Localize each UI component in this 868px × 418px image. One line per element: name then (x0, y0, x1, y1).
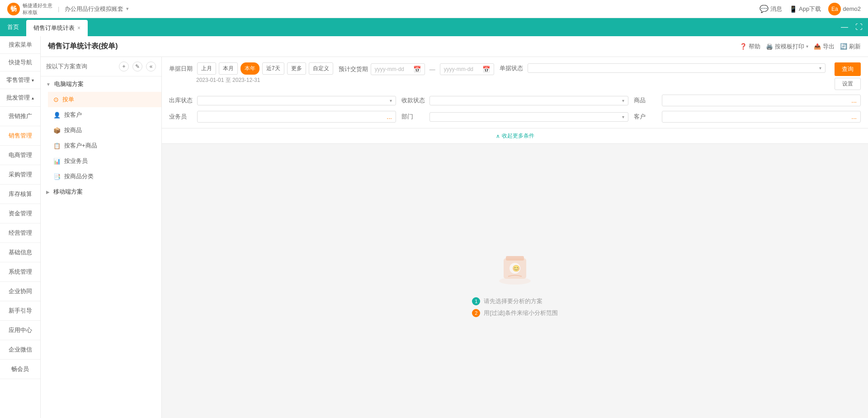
tip-num-1: 1 (472, 297, 480, 305)
product-input[interactable]: ... (662, 95, 861, 106)
by-customer-icon: 👤 (53, 112, 61, 119)
logo-area: 畅 畅捷通好生意 标准版 (7, 2, 52, 15)
filter-row-2: 出库状态 ▾ 收款状态 ▾ (169, 95, 861, 106)
sidebar-item-finance[interactable]: 资金管理 (0, 204, 40, 223)
cal-end-icon[interactable]: 📅 (482, 66, 490, 73)
customer-label: 客户 (634, 113, 659, 121)
expected-date-start[interactable]: yyyy-mm-dd 📅 (371, 63, 425, 75)
filter-row-3: 业务员 ... 部门 ▾ (169, 111, 861, 123)
left-panel: 按以下方案查询 + ✎ « ▼ 电脑端方案 ⊙ 按单 (41, 57, 162, 418)
customer-input[interactable]: ... (662, 111, 861, 123)
sidebar-item-system[interactable]: 系统管理 (0, 262, 40, 282)
help-icon: ❓ (740, 43, 747, 50)
this-month-btn[interactable]: 本月 (219, 62, 238, 75)
salesperson-input[interactable]: ... (197, 111, 396, 123)
sidebar-item-sales[interactable]: 销售管理 (0, 126, 40, 146)
refresh-btn[interactable]: 🔄 刷新 (840, 43, 861, 51)
sidebar-item-ecom[interactable]: 电商管理 (0, 146, 40, 165)
help-btn[interactable]: ❓ 帮助 (740, 43, 760, 51)
tree-item-by-order[interactable]: ⊙ 按单 (48, 92, 161, 107)
tab-home[interactable]: 首页 (0, 18, 26, 36)
maximize-btn[interactable]: ⛶ (854, 22, 864, 33)
user-menu-btn[interactable]: Ea demo2 (828, 3, 861, 15)
query-btn[interactable]: 查询 (835, 62, 861, 76)
sidebar-item-retail[interactable]: 零售管理 ▾ (0, 71, 40, 89)
tree-item-by-product[interactable]: 📦 按商品 (48, 123, 161, 138)
product-dots-icon[interactable]: ... (851, 97, 857, 104)
sidebar-item-marketing[interactable]: 营销推广 (0, 107, 40, 126)
sidebar-item-purchase[interactable]: 采购管理 (0, 165, 40, 185)
edit-scheme-btn[interactable]: ✎ (132, 62, 142, 71)
sidebar-item-appstore[interactable]: 应用中心 (0, 321, 40, 340)
top-divider: | (58, 5, 59, 12)
more-btn[interactable]: 更多 (287, 62, 306, 75)
inner-layout: 按以下方案查询 + ✎ « ▼ 电脑端方案 ⊙ 按单 (41, 57, 868, 418)
top-bar-right: 💬 消息 📱 App下载 Ea demo2 (760, 3, 861, 15)
svg-text:😊: 😊 (512, 265, 520, 272)
breadcrumb[interactable]: 办公用品行业模拟账套 ▾ (65, 5, 129, 13)
page-header: 销售订单统计表(按单) ❓ 帮助 🖨️ 按模板打印 ▾ 📤 导出 🔄 刷新 (41, 36, 868, 57)
product-label: 商品 (634, 96, 659, 104)
customer-section: 客户 ... (634, 111, 861, 123)
sidebar-quick-nav[interactable]: 快捷导航 (0, 54, 40, 71)
sidebar-item-wholesale[interactable]: 批发管理 ▴ (0, 89, 40, 107)
prev-month-btn[interactable]: 上月 (197, 62, 216, 75)
tree-pc-parent[interactable]: ▼ 电脑端方案 (41, 76, 161, 92)
sidebar-item-inventory[interactable]: 库存核算 (0, 185, 40, 204)
left-panel-header: 按以下方案查询 + ✎ « (41, 57, 161, 76)
tree-expand-icon: ▼ (46, 82, 51, 87)
main-layout: 搜索菜单 快捷导航 零售管理 ▾ 批发管理 ▴ 营销推广 销售管理 电商管理 采… (0, 36, 868, 418)
minimize-btn[interactable]: — (839, 22, 850, 33)
message-btn[interactable]: 💬 消息 (760, 5, 782, 13)
tree-item-by-category[interactable]: 📑 按商品分类 (48, 169, 161, 184)
dept-label: 部门 (401, 113, 427, 121)
expected-date-section: 预计交货期 yyyy-mm-dd 📅 — yyyy-mm-dd 📅 (339, 62, 494, 75)
ship-status-select[interactable]: ▾ (197, 96, 396, 105)
template-print-btn[interactable]: 🖨️ 按模板打印 ▾ (766, 43, 808, 51)
payment-status-arrow-icon: ▾ (622, 98, 624, 103)
last7-btn[interactable]: 近7天 (262, 62, 284, 75)
date-label: 单据日期 (169, 65, 194, 73)
tab-sales-order-stats[interactable]: 销售订单统计表 × (26, 20, 88, 36)
cal-start-icon[interactable]: 📅 (413, 66, 421, 73)
sidebar: 搜索菜单 快捷导航 零售管理 ▾ 批发管理 ▴ 营销推广 销售管理 电商管理 采… (0, 36, 41, 418)
tab-close-icon[interactable]: × (77, 25, 80, 31)
left-panel-title: 按以下方案查询 (46, 62, 87, 71)
expected-date-end[interactable]: yyyy-mm-dd 📅 (440, 63, 494, 75)
message-icon: 💬 (760, 5, 769, 13)
salesperson-dots-icon[interactable]: ... (387, 113, 392, 120)
tree-mobile-expand-icon: ▶ (46, 190, 50, 195)
export-btn[interactable]: 📤 导出 (814, 43, 835, 51)
empty-tip-1: 1 请先选择要分析的方案 (472, 297, 557, 305)
tree-item-by-staff[interactable]: 📊 按业务员 (48, 153, 161, 169)
sidebar-search[interactable]: 搜索菜单 (0, 36, 40, 54)
collapse-bar[interactable]: ∧ 收起更多条件 (162, 128, 868, 144)
ship-status-arrow-icon: ▾ (390, 98, 392, 103)
custom-btn[interactable]: 自定义 (309, 62, 333, 75)
sidebar-item-ops[interactable]: 经营管理 (0, 223, 40, 243)
filter-area: 单据日期 上月 本月 本年 近7天 更多 自定义 2023-01-01 至 20… (162, 57, 868, 128)
sidebar-item-basic[interactable]: 基础信息 (0, 243, 40, 262)
search-buttons: 查询 设置 (835, 62, 861, 90)
sidebar-item-newbie[interactable]: 新手引导 (0, 301, 40, 321)
payment-status-select[interactable]: ▾ (429, 96, 628, 105)
collapse-panel-btn[interactable]: « (146, 62, 156, 71)
payment-status-label: 收款状态 (401, 96, 427, 104)
sidebar-item-wechat[interactable]: 企业微信 (0, 340, 40, 360)
settings-btn[interactable]: 设置 (835, 78, 861, 90)
add-scheme-btn[interactable]: + (119, 62, 129, 71)
this-year-btn[interactable]: 本年 (241, 62, 259, 75)
bill-status-select[interactable]: ▾ (528, 63, 826, 73)
app-download-btn[interactable]: 📱 App下载 (789, 5, 821, 13)
dept-select[interactable]: ▾ (429, 112, 628, 122)
customer-dots-icon[interactable]: ... (851, 113, 857, 120)
page-actions: ❓ 帮助 🖨️ 按模板打印 ▾ 📤 导出 🔄 刷新 (740, 43, 861, 51)
tree-item-by-cust-prod[interactable]: 📋 按客户+商品 (48, 138, 161, 153)
sidebar-item-corp[interactable]: 企业协同 (0, 282, 40, 301)
logo-text: 畅捷通好生意 标准版 (23, 2, 52, 15)
sidebar-item-member[interactable]: 畅会员 (0, 360, 40, 379)
top-bar: 畅 畅捷通好生意 标准版 | 办公用品行业模拟账套 ▾ 💬 消息 📱 App下载… (0, 0, 868, 18)
collapse-label: 收起更多条件 (502, 132, 534, 140)
tree-item-by-customer[interactable]: 👤 按客户 (48, 107, 161, 123)
tree-mobile-parent[interactable]: ▶ 移动端方案 (41, 184, 161, 200)
